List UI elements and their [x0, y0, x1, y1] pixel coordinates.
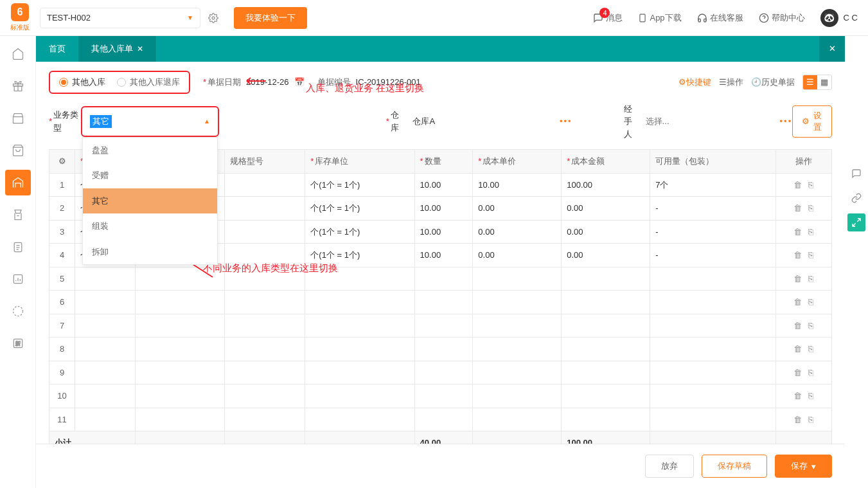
right-rail [845, 36, 868, 488]
view-grid-icon[interactable]: ▦ [817, 75, 831, 89]
logo-icon: 6 [11, 3, 29, 21]
tenant-dropdown[interactable]: TEST-H002 ▼ [40, 8, 200, 28]
discard-button[interactable]: 放弃 [645, 455, 694, 478]
biz-option-0[interactable]: 盘盈 [83, 138, 217, 163]
delete-icon[interactable]: 🗑 [793, 179, 802, 192]
rail-expand-icon[interactable] [847, 213, 865, 231]
top-bar: 6 标准版 TEST-H002 ▼ 我要体验一下 消息 4 App下载 在线客服… [0, 0, 868, 36]
table-row[interactable]: 7🗑⎘ [49, 314, 832, 338]
nav-clipboard-icon[interactable] [5, 234, 31, 260]
table-settings-icon[interactable]: ⚙ [49, 150, 75, 174]
delete-icon[interactable]: 🗑 [793, 366, 802, 379]
copy-icon[interactable]: ⎘ [808, 366, 813, 379]
svg-text:新: 新 [15, 341, 21, 347]
tab-other-inbound[interactable]: 其他入库单 ✕ [78, 36, 156, 62]
svg-point-9 [13, 307, 22, 316]
delete-icon[interactable]: 🗑 [793, 296, 802, 309]
nav-home-icon[interactable] [5, 41, 31, 67]
radio-other-inbound-return[interactable]: 其他入库退库 [117, 76, 180, 89]
save-button[interactable]: 保存 ▾ [775, 455, 832, 478]
biz-type-value: 其它 [90, 115, 112, 128]
nav-gift-icon[interactable] [5, 73, 31, 99]
delete-icon[interactable]: 🗑 [793, 226, 802, 239]
copy-icon[interactable]: ⎘ [808, 320, 813, 332]
avatar[interactable]: 🐼 [820, 9, 838, 27]
tab-home[interactable]: 首页 [36, 36, 78, 62]
warehouse-more-icon[interactable]: ••• [560, 115, 572, 128]
logo: 6 标准版 [10, 3, 30, 32]
biz-option-2[interactable]: 其它 [83, 188, 217, 214]
table-row[interactable]: 11🗑⎘ [49, 408, 832, 431]
copy-icon[interactable]: ⎘ [808, 296, 813, 309]
delete-icon[interactable]: 🗑 [793, 343, 802, 356]
delete-icon[interactable]: 🗑 [793, 249, 802, 262]
app-download-link[interactable]: App下载 [638, 12, 681, 24]
view-list-icon[interactable]: ☰ [803, 75, 817, 89]
nav-bag-icon[interactable] [5, 138, 31, 163]
nav-store-icon[interactable] [5, 105, 31, 131]
view-toggle: ☰ ▦ [802, 75, 832, 90]
table-row[interactable]: 6🗑⎘ [49, 291, 832, 314]
nav-report-icon[interactable] [5, 266, 31, 292]
svg-point-0 [212, 17, 215, 19]
copy-icon[interactable]: ⎘ [808, 202, 813, 215]
biz-option-1[interactable]: 受赠 [83, 163, 217, 188]
service-label: 在线客服 [710, 12, 743, 24]
operate-link[interactable]: ☰ 操作 [719, 76, 743, 89]
date-label: 单据日期 [208, 76, 241, 89]
biz-type-select[interactable]: 其它 ▲ [82, 111, 217, 132]
nav-money-icon[interactable] [5, 202, 31, 228]
nav-warehouse-icon[interactable] [5, 170, 31, 195]
table-row[interactable]: 10🗑⎘ [49, 384, 832, 408]
settings-button[interactable]: ⚙ 设置 [792, 105, 832, 138]
edition-label: 标准版 [10, 23, 30, 32]
delete-icon[interactable]: 🗑 [793, 202, 802, 215]
doc-no-label: 单据编号 [317, 76, 351, 89]
biz-option-3[interactable]: 组装 [83, 213, 217, 239]
handler-more-icon[interactable]: ••• [780, 115, 793, 128]
biz-type-dropdown: 盘盈 受赠 其它 组装 拆卸 [82, 137, 217, 266]
table-row[interactable]: 8🗑⎘ [49, 338, 832, 361]
close-all-tabs[interactable]: ✕ [819, 36, 845, 62]
radio-other-inbound[interactable]: 其他入库 [59, 76, 105, 89]
handler-input[interactable] [646, 116, 754, 126]
copy-icon[interactable]: ⎘ [808, 179, 813, 192]
customer-service-link[interactable]: 在线客服 [697, 12, 743, 24]
close-icon[interactable]: ✕ [137, 43, 143, 55]
save-draft-button[interactable]: 保存草稿 [702, 455, 767, 478]
delete-icon[interactable]: 🗑 [793, 413, 802, 426]
history-link[interactable]: 🕘 历史单据 [751, 76, 795, 89]
shortcut-link[interactable]: ⚙ 快捷键 [678, 76, 711, 89]
copy-icon[interactable]: ⎘ [808, 226, 813, 239]
delete-icon[interactable]: 🗑 [793, 390, 802, 402]
doc-no-value: IC-20191226-001 [356, 76, 421, 89]
table-row[interactable]: 9🗑⎘ [49, 361, 832, 384]
biz-option-4[interactable]: 拆卸 [83, 239, 217, 265]
copy-icon[interactable]: ⎘ [808, 390, 813, 402]
copy-icon[interactable]: ⎘ [808, 249, 813, 262]
delete-icon[interactable]: 🗑 [793, 273, 802, 285]
username: C C [844, 12, 858, 24]
doc-type-radio-group: 其他入库 其他入库退库 [49, 71, 190, 94]
app-download-label: App下载 [650, 12, 681, 24]
warehouse-label: 仓库 [391, 109, 407, 134]
copy-icon[interactable]: ⎘ [808, 413, 813, 426]
warehouse-value[interactable]: 仓库A [412, 115, 534, 128]
copy-icon[interactable]: ⎘ [808, 343, 813, 356]
calendar-icon[interactable]: 📅 [294, 76, 305, 89]
trial-button[interactable]: 我要体验一下 [234, 7, 307, 29]
messages-link[interactable]: 消息 4 [593, 12, 623, 24]
delete-icon[interactable]: 🗑 [793, 320, 802, 332]
help-center-link[interactable]: 帮助中心 [759, 12, 805, 24]
tab-bar: 首页 其他入库单 ✕ ✕ [36, 36, 845, 62]
copy-icon[interactable]: ⎘ [808, 273, 813, 285]
rail-link-icon[interactable] [847, 189, 865, 207]
table-row[interactable]: 5🗑⎘ [49, 267, 832, 291]
chevron-down-icon: ▼ [187, 13, 193, 23]
rail-chat-icon[interactable] [847, 165, 865, 183]
settings-gear-icon[interactable] [206, 10, 221, 26]
nav-sync-icon[interactable] [5, 298, 31, 324]
handler-label: 经手人 [624, 103, 639, 141]
date-value[interactable]: 2019-12-26 [246, 76, 289, 89]
nav-new-icon[interactable]: 新 [5, 330, 31, 356]
